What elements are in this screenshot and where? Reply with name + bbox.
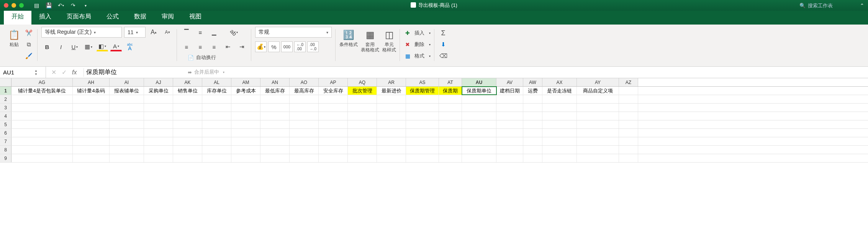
cell[interactable]	[290, 95, 319, 103]
cell[interactable]	[439, 146, 462, 154]
cell[interactable]	[619, 146, 638, 154]
cell[interactable]	[11, 95, 73, 103]
cell[interactable]	[462, 137, 496, 145]
column-header[interactable]: AR	[377, 78, 406, 86]
cell[interactable]	[542, 146, 577, 154]
cell[interactable]	[348, 95, 377, 103]
cell[interactable]	[173, 154, 202, 162]
cell[interactable]	[73, 146, 110, 154]
cell[interactable]	[462, 95, 496, 103]
cell[interactable]	[406, 137, 439, 145]
cell[interactable]	[144, 129, 173, 137]
tab-view[interactable]: 视图	[182, 10, 209, 25]
increase-decimal-button[interactable]: ←.0.00	[294, 41, 306, 52]
cut-button[interactable]: ✂️	[24, 28, 34, 38]
cell[interactable]	[523, 104, 542, 112]
conditional-formatting-button[interactable]: 🔢 条件格式	[339, 27, 358, 48]
fill-color-button[interactable]: ◧▾	[97, 42, 108, 51]
copy-button[interactable]: ⧉	[24, 40, 34, 49]
cell[interactable]: 商品自定义项	[577, 87, 619, 95]
cell[interactable]	[73, 112, 110, 120]
decrease-decimal-button[interactable]: .00→.0	[307, 41, 319, 52]
cell[interactable]	[260, 95, 290, 103]
name-box-input[interactable]	[0, 69, 34, 76]
cell[interactable]	[144, 137, 173, 145]
cell[interactable]	[523, 154, 542, 162]
wrap-text-button[interactable]: 📄 自动换行	[185, 52, 219, 63]
tab-page-layout[interactable]: 页面布局	[59, 10, 99, 25]
column-header[interactable]: AG	[11, 78, 73, 86]
cell[interactable]	[496, 129, 523, 137]
cell[interactable]	[110, 104, 144, 112]
select-all-corner[interactable]	[0, 78, 11, 86]
tab-data[interactable]: 数据	[126, 10, 154, 25]
cell[interactable]	[73, 137, 110, 145]
tab-insert[interactable]: 插入	[31, 10, 59, 25]
cell[interactable]	[462, 112, 496, 120]
cell[interactable]	[202, 112, 231, 120]
cell[interactable]	[377, 146, 406, 154]
column-header[interactable]: AQ	[348, 78, 377, 86]
cell[interactable]: 销售单位	[173, 87, 202, 95]
cell[interactable]	[144, 120, 173, 128]
cell[interactable]	[462, 104, 496, 112]
cell[interactable]	[462, 129, 496, 137]
orientation-button[interactable]: ab▾	[228, 27, 240, 38]
paste-button[interactable]: 📋 粘贴	[8, 27, 21, 48]
tab-review[interactable]: 审阅	[154, 10, 182, 25]
tab-home[interactable]: 开始	[4, 10, 31, 25]
column-header[interactable]: AS	[406, 78, 439, 86]
cell[interactable]	[260, 146, 290, 154]
cell[interactable]	[290, 120, 319, 128]
cell[interactable]	[439, 137, 462, 145]
cell[interactable]	[290, 104, 319, 112]
cell[interactable]	[173, 95, 202, 103]
column-header[interactable]: AY	[577, 78, 619, 86]
minimize-window-button[interactable]	[11, 3, 16, 8]
row-header[interactable]: 4	[0, 112, 11, 120]
cell[interactable]	[110, 112, 144, 120]
row-header[interactable]: 8	[0, 146, 11, 154]
cell[interactable]	[144, 112, 173, 120]
cell[interactable]	[290, 154, 319, 162]
accounting-format-button[interactable]: 💰▾	[255, 41, 267, 52]
cell[interactable]	[231, 104, 260, 112]
cell[interactable]	[173, 104, 202, 112]
cell[interactable]	[577, 146, 619, 154]
cell[interactable]	[496, 137, 523, 145]
autosave-icon[interactable]: ▤	[33, 2, 40, 9]
cell[interactable]	[202, 95, 231, 103]
cell[interactable]	[260, 120, 290, 128]
cancel-formula-button[interactable]: ✕	[51, 69, 56, 76]
cell[interactable]	[11, 129, 73, 137]
cell[interactable]	[73, 120, 110, 128]
cell[interactable]	[406, 120, 439, 128]
comma-format-button[interactable]: 000	[281, 41, 293, 52]
cell[interactable]	[231, 146, 260, 154]
fill-button[interactable]: ⬇	[438, 40, 448, 49]
format-painter-button[interactable]: 🖌️	[24, 51, 34, 61]
cell-styles-button[interactable]: ◫ 单元 格样式	[382, 27, 396, 53]
decrease-indent-button[interactable]: ⇤	[222, 41, 234, 52]
cell[interactable]	[202, 154, 231, 162]
cell[interactable]	[202, 120, 231, 128]
cell[interactable]	[231, 137, 260, 145]
cell[interactable]	[202, 137, 231, 145]
cell[interactable]: 辅计量4是否包装单位	[11, 87, 73, 95]
cell[interactable]	[260, 154, 290, 162]
cell[interactable]	[439, 129, 462, 137]
align-middle-button[interactable]: ≡	[195, 27, 206, 38]
cell[interactable]	[231, 120, 260, 128]
name-box[interactable]: ▲▼	[0, 67, 46, 78]
cell[interactable]	[406, 112, 439, 120]
column-header[interactable]: AJ	[144, 78, 173, 86]
column-header[interactable]: AV	[496, 78, 523, 86]
cell[interactable]	[348, 129, 377, 137]
cell[interactable]	[11, 120, 73, 128]
cell[interactable]	[406, 104, 439, 112]
cell[interactable]	[290, 146, 319, 154]
italic-button[interactable]: I	[55, 41, 67, 52]
cell[interactable]	[319, 104, 348, 112]
cell[interactable]	[377, 104, 406, 112]
cell[interactable]	[319, 120, 348, 128]
